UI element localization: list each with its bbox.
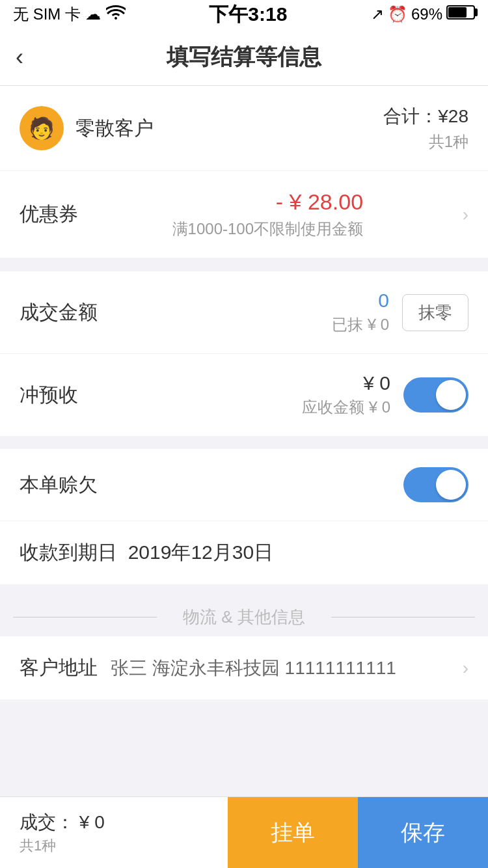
bottom-deal-amount: ¥ 0: [79, 812, 105, 832]
customer-avatar: 🧑: [20, 106, 64, 150]
prereceive-amount: ¥ 0: [302, 372, 390, 394]
address-value: 张三 海淀永丰科技园 11111111111: [111, 656, 457, 681]
duedate-row[interactable]: 收款到期日 2019年12月30日: [0, 521, 488, 584]
prereceive-sub: 应收金额 ¥ 0: [302, 397, 390, 418]
hold-button[interactable]: 挂单: [228, 797, 358, 868]
prereceive-row: 冲预收 ¥ 0 应收金额 ¥ 0: [0, 353, 488, 436]
battery-icon: [446, 5, 475, 23]
prereceive-label: 冲预收: [20, 382, 78, 409]
credit-label: 本单赊欠: [20, 472, 98, 498]
alarm-icon: ⏰: [388, 5, 407, 23]
transaction-right: 0 已抹 ¥ 0 抹零: [332, 290, 468, 335]
address-chevron: ›: [463, 658, 468, 679]
customer-row: 🧑 零散客户 合计：¥28 共1种: [0, 86, 488, 170]
address-row[interactable]: 客户地址 张三 海淀永丰科技园 11111111111 ›: [0, 636, 488, 699]
status-bar: 无 SIM 卡 ☁ 下午3:18 ↗ ⏰ 69%: [0, 0, 488, 29]
location-icon: ↗: [371, 5, 384, 23]
logistics-text: 物流 & 其他信息: [183, 606, 305, 629]
credit-toggle[interactable]: [403, 467, 468, 502]
sep-line-left: [13, 617, 157, 617]
prereceive-right: ¥ 0 应收金额 ¥ 0: [302, 372, 468, 418]
discount-chevron: ›: [463, 204, 468, 225]
discount-row[interactable]: 优惠券 - ¥ 28.00 满1000-100不限制使用金额 ›: [0, 170, 488, 258]
bottom-bar: 成交： ¥ 0 共1种 挂单 保存: [0, 796, 488, 868]
page-title: 填写结算等信息: [167, 42, 321, 72]
customer-right: 合计：¥28 共1种: [383, 104, 468, 152]
bottom-count: 共1种: [20, 836, 208, 856]
customer-name: 零散客户: [75, 115, 154, 142]
transaction-sub: 已抹 ¥ 0: [332, 314, 389, 335]
address-section: 客户地址 张三 海淀永丰科技园 11111111111 ›: [0, 636, 488, 699]
customer-left: 🧑 零散客户: [20, 106, 154, 150]
divider-3: [0, 584, 488, 597]
credit-row: 本单赊欠: [0, 449, 488, 521]
status-time: 下午3:18: [209, 1, 287, 28]
toggle-knob: [436, 380, 466, 410]
transaction-label: 成交金额: [20, 299, 98, 326]
transaction-row: 成交金额 0 已抹 ¥ 0 抹零: [0, 271, 488, 353]
transaction-amount: 0: [332, 290, 389, 312]
round-zero-button[interactable]: 抹零: [402, 294, 468, 331]
divider-2: [0, 436, 488, 449]
bottom-deal-label: 成交：: [20, 812, 74, 832]
back-button[interactable]: ‹: [16, 44, 23, 71]
main-content: 🧑 零散客户 合计：¥28 共1种 优惠券 - ¥ 28.00 满1000-10…: [0, 86, 488, 868]
duedate-value: 2019年12月30日: [128, 541, 273, 563]
sim-text: 无 SIM 卡 ☁: [13, 4, 101, 25]
prereceive-toggle[interactable]: [403, 377, 468, 413]
battery-percent: 69%: [411, 5, 442, 23]
bottom-deal-row: 成交： ¥ 0: [20, 810, 208, 835]
transaction-amount-col: 0 已抹 ¥ 0: [332, 290, 389, 335]
customer-count: 共1种: [383, 131, 468, 152]
duedate-label: 收款到期日: [20, 541, 117, 563]
discount-amount: - ¥ 28.00: [172, 189, 363, 215]
transaction-section: 成交金额 0 已抹 ¥ 0 抹零 冲预收 ¥ 0 应收金额 ¥ 0: [0, 271, 488, 436]
avatar-icon: 🧑: [29, 116, 55, 141]
status-left: 无 SIM 卡 ☁: [13, 4, 126, 25]
sep-line-right: [331, 617, 475, 617]
customer-total: 合计：¥28: [383, 104, 468, 129]
discount-desc: 满1000-100不限制使用金额: [172, 219, 363, 239]
status-right: ↗ ⏰ 69%: [371, 5, 475, 23]
bottom-info: 成交： ¥ 0 共1种: [0, 797, 228, 868]
divider-1: [0, 258, 488, 271]
logistics-separator: 物流 & 其他信息: [0, 597, 488, 636]
save-button[interactable]: 保存: [358, 797, 488, 868]
nav-bar: ‹ 填写结算等信息: [0, 29, 488, 86]
customer-section: 🧑 零散客户 合计：¥28 共1种 优惠券 - ¥ 28.00 满1000-10…: [0, 86, 488, 258]
credit-toggle-knob: [436, 470, 466, 500]
address-label: 客户地址: [20, 655, 98, 681]
discount-right: - ¥ 28.00 满1000-100不限制使用金额: [172, 189, 363, 239]
prereceive-amount-col: ¥ 0 应收金额 ¥ 0: [302, 372, 390, 418]
duedate-content: 收款到期日 2019年12月30日: [20, 541, 273, 563]
credit-section: 本单赊欠 收款到期日 2019年12月30日: [0, 449, 488, 584]
discount-label: 优惠券: [20, 201, 78, 228]
wifi-icon: [106, 5, 126, 23]
